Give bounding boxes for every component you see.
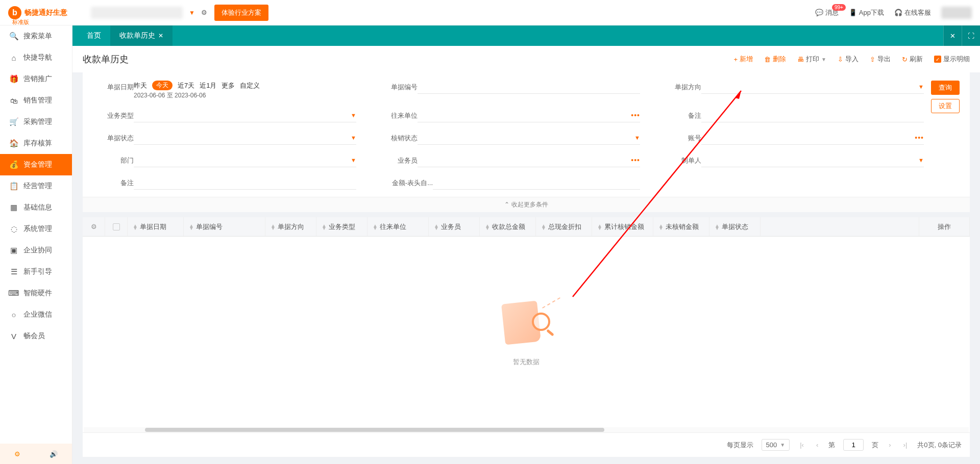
col-clerk[interactable]: ▲▼业务员 bbox=[429, 217, 480, 236]
sidebar-item-funds[interactable]: 💰资金管理 bbox=[0, 154, 72, 175]
col-partner[interactable]: ▲▼往来单位 bbox=[368, 217, 429, 236]
direction-select[interactable]: ▼ bbox=[701, 81, 924, 94]
col-unwriteoff[interactable]: ▲▼未核销金额 bbox=[653, 217, 709, 236]
docstatus-select[interactable]: ▼ bbox=[134, 132, 356, 145]
col-label: 业务类型 bbox=[329, 222, 355, 231]
per-page-select[interactable]: 500▼ bbox=[762, 439, 790, 451]
col-label: 业务员 bbox=[441, 222, 461, 231]
action-label: 导出 bbox=[877, 55, 891, 64]
sidebar-item-search[interactable]: 🔍搜索菜单 bbox=[0, 25, 72, 47]
try-plan-button[interactable]: 体验行业方案 bbox=[214, 5, 268, 21]
add-button[interactable]: +新增 bbox=[734, 55, 753, 64]
fullscreen-button[interactable]: ⛶ bbox=[962, 25, 980, 46]
filter-label-dept: 部门 bbox=[93, 154, 134, 165]
filter-label-remark2: 备注 bbox=[93, 176, 134, 188]
page-input[interactable] bbox=[843, 439, 864, 451]
delete-button[interactable]: 🗑删除 bbox=[764, 55, 786, 64]
org-selector[interactable] bbox=[91, 7, 183, 19]
vip-icon: V bbox=[9, 332, 18, 341]
date-more[interactable]: 更多 bbox=[222, 81, 235, 90]
sidebar-item-sales[interactable]: 🛍销售管理 bbox=[0, 90, 72, 111]
first-page-button[interactable]: |‹ bbox=[798, 441, 806, 449]
sidebar-item-system[interactable]: ◌系统管理 bbox=[0, 218, 72, 240]
remark2-input[interactable] bbox=[134, 176, 356, 190]
sidebar-item-wechat[interactable]: ○企业微信 bbox=[0, 304, 72, 325]
sidebar-item-label: 智能硬件 bbox=[23, 289, 52, 298]
dept-select[interactable]: ▼ bbox=[134, 154, 356, 167]
sidebar-item-label: 经营管理 bbox=[23, 182, 52, 191]
date-7days[interactable]: 近7天 bbox=[178, 81, 194, 90]
sidebar-item-hardware[interactable]: ⌨智能硬件 bbox=[0, 282, 72, 304]
clerk-picker[interactable]: ••• bbox=[418, 154, 640, 167]
chevron-down-icon: ▼ bbox=[821, 57, 826, 62]
date-yesterday[interactable]: 昨天 bbox=[134, 81, 147, 90]
col-docno[interactable]: ▲▼单据编号 bbox=[184, 217, 265, 236]
import-button[interactable]: ⇩导入 bbox=[838, 55, 859, 64]
chevron-down-icon: ▼ bbox=[351, 112, 356, 118]
sidebar-item-quicknav[interactable]: ⌂快捷导航 bbox=[0, 47, 72, 68]
user-avatar[interactable] bbox=[941, 7, 972, 19]
col-writeoff-amt[interactable]: ▲▼累计核销金额 bbox=[592, 217, 653, 236]
date-today[interactable]: 今天 bbox=[152, 81, 173, 90]
prev-page-button[interactable]: ‹ bbox=[814, 441, 820, 449]
close-icon[interactable]: ✕ bbox=[158, 32, 163, 39]
sort-icon: ▲▼ bbox=[322, 224, 327, 229]
collapse-filters-button[interactable]: ⌃ 收起更多条件 bbox=[83, 197, 970, 212]
sidebar-footer: ⚙ 🔊 bbox=[0, 444, 72, 464]
sort-icon: ▲▼ bbox=[271, 224, 276, 229]
sidebar-item-marketing[interactable]: 🎁营销推广 bbox=[0, 68, 72, 90]
select-all-checkbox[interactable] bbox=[105, 217, 128, 236]
sidebar-item-purchase[interactable]: 🛒采购管理 bbox=[0, 111, 72, 133]
messages-link[interactable]: 💬 消息 99+ bbox=[815, 8, 839, 17]
chevron-down-icon[interactable]: ▼ bbox=[189, 9, 195, 16]
app-download-link[interactable]: 📱 App下载 bbox=[849, 8, 884, 17]
sidebar-item-baseinfo[interactable]: ▦基础信息 bbox=[0, 197, 72, 218]
tab-close-all-button[interactable]: ✕ bbox=[943, 25, 962, 46]
sidebar-item-inventory[interactable]: 🏠库存核算 bbox=[0, 133, 72, 154]
col-date[interactable]: ▲▼单据日期 bbox=[128, 217, 184, 236]
print-button[interactable]: 🖶打印▼ bbox=[797, 55, 826, 64]
horizontal-scrollbar[interactable] bbox=[84, 427, 969, 432]
account-picker[interactable]: ••• bbox=[701, 132, 924, 145]
settings-button[interactable]: 设置 bbox=[931, 99, 960, 113]
filter-label-docstatus: 单据状态 bbox=[93, 132, 134, 143]
col-biztype[interactable]: ▲▼业务类型 bbox=[316, 217, 368, 236]
show-detail-toggle[interactable]: ✓显示明细 bbox=[934, 55, 970, 64]
trash-icon: 🗑 bbox=[764, 56, 771, 63]
date-1month[interactable]: 近1月 bbox=[200, 81, 216, 90]
amount-input[interactable] bbox=[433, 176, 640, 190]
query-button[interactable]: 查询 bbox=[931, 81, 960, 95]
remark-input[interactable] bbox=[701, 109, 924, 122]
sidebar-item-member[interactable]: V畅会员 bbox=[0, 325, 72, 347]
online-service-label: 在线客服 bbox=[904, 8, 931, 17]
partner-picker[interactable]: ••• bbox=[418, 109, 640, 122]
maker-select[interactable]: ▼ bbox=[701, 154, 924, 167]
gear-icon[interactable]: ⚙ bbox=[201, 9, 207, 16]
date-custom[interactable]: 自定义 bbox=[240, 81, 260, 90]
tab-receipt-history[interactable]: 收款单历史 ✕ bbox=[110, 25, 173, 46]
col-discount[interactable]: ▲▼总现金折扣 bbox=[536, 217, 592, 236]
sidebar-item-collab[interactable]: ▣企业协同 bbox=[0, 240, 72, 261]
docno-input[interactable] bbox=[418, 81, 640, 94]
refresh-button[interactable]: ↻刷新 bbox=[902, 55, 923, 64]
col-direction[interactable]: ▲▼单据方向 bbox=[265, 217, 316, 236]
sidebar-item-label: 基础信息 bbox=[23, 203, 52, 212]
footer-gear-icon[interactable]: ⚙ bbox=[14, 450, 20, 458]
next-page-button[interactable]: › bbox=[887, 441, 893, 449]
home-icon: ⌂ bbox=[9, 54, 18, 62]
table-settings-button[interactable]: ⚙ bbox=[83, 217, 105, 236]
col-status[interactable]: ▲▼单据状态 bbox=[709, 217, 761, 236]
col-total[interactable]: ▲▼收款总金额 bbox=[480, 217, 536, 236]
tab-home[interactable]: 首页 bbox=[78, 25, 110, 46]
sidebar-item-guide[interactable]: ☰新手引导 bbox=[0, 261, 72, 282]
sidebar-item-label: 营销推广 bbox=[23, 74, 52, 84]
writeoff-select[interactable]: ▼ bbox=[418, 132, 640, 145]
biztype-select[interactable]: ▼ bbox=[134, 109, 356, 122]
action-label: 刷新 bbox=[910, 55, 923, 64]
footer-sound-icon[interactable]: 🔊 bbox=[50, 450, 58, 458]
online-service-link[interactable]: 🎧 在线客服 bbox=[894, 8, 931, 17]
page-summary: 共0页, 0条记录 bbox=[917, 441, 962, 450]
last-page-button[interactable]: ›| bbox=[901, 441, 910, 449]
export-button[interactable]: ⇧导出 bbox=[870, 55, 891, 64]
sidebar-item-operation[interactable]: 📋经营管理 bbox=[0, 175, 72, 197]
